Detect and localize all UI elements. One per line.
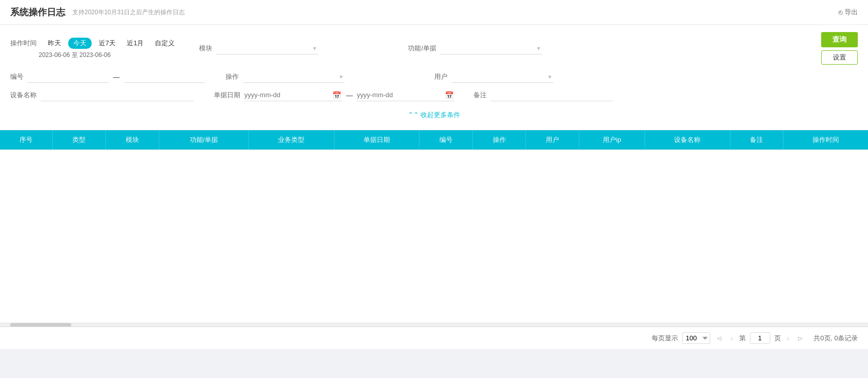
user-select[interactable] [452,71,553,83]
collapse-bar: ⌃⌃ 收起更多条件 [10,107,858,125]
date-sep: — [346,92,353,99]
time-range: 2023-06-06 至 2023-06-06 [39,51,110,60]
last-page-button[interactable]: ⊳ [795,333,805,343]
page-header: 系统操作日志 支持2020年10月31日之后产生的操作日志 ⎋ 导出 [0,0,868,25]
col-user-ip: 用户ip [579,130,645,150]
remark-label: 备注 [473,91,487,100]
export-button[interactable]: ⎋ 导出 [838,8,858,17]
function-select-wrap: ▾ [440,42,542,54]
date-to-input[interactable] [357,89,455,101]
col-number: 编号 [419,130,472,150]
prev-page-button[interactable]: ‹ [729,333,735,343]
title-group: 系统操作日志 支持2020年10月31日之后产生的操作日志 [10,6,185,18]
filter-row-2: 编号 — 操作 ▾ 用户 ▾ [10,71,858,83]
table-header: 序号 类型 模块 功能/单据 业务类型 单据日期 编号 操作 用户 用户ip 设… [0,130,868,150]
time-btn-today[interactable]: 今天 [68,38,92,49]
date-from-input[interactable] [244,89,342,101]
time-label: 操作时间 [10,39,37,48]
time-btn-7days[interactable]: 近7天 [95,38,120,49]
function-select[interactable] [440,42,542,54]
user-label: 用户 [434,72,447,81]
collapse-button[interactable]: ⌃⌃ 收起更多条件 [408,110,461,120]
col-module: 模块 [106,130,159,150]
settings-button[interactable]: 设置 [821,50,858,65]
page-title: 系统操作日志 [10,6,65,18]
device-input[interactable] [41,89,193,101]
operation-label: 操作 [226,72,239,81]
collapse-up-icon: ⌃⌃ [408,111,421,119]
doc-date-label: 单据日期 [214,91,240,100]
table-container: 序号 类型 模块 功能/单据 业务类型 单据日期 编号 操作 用户 用户ip 设… [0,130,868,323]
first-page-button[interactable]: ⊲ [714,333,724,343]
time-buttons: 昨天 今天 近7天 近1月 自定义 [44,38,179,49]
filter-user: 用户 ▾ [434,71,628,83]
time-btn-custom[interactable]: 自定义 [151,38,179,49]
filter-panel: 操作时间 昨天 今天 近7天 近1月 自定义 2023-06-06 至 2023… [0,25,868,130]
col-operation: 操作 [472,130,525,150]
page-num-label: 第 [739,334,746,343]
data-table: 序号 类型 模块 功能/单据 业务类型 单据日期 编号 操作 用户 用户ip 设… [0,130,868,150]
device-label: 设备名称 [10,91,37,100]
total-label: 共0页, 0条记录 [814,334,858,343]
col-doc-date: 单据日期 [334,130,419,150]
per-page-select[interactable]: 100 10 20 50 200 [682,332,710,344]
export-icon: ⎋ [838,8,843,16]
filter-number: 编号 — [10,71,205,83]
page-subtitle: 支持2020年10月31日之后产生的操作日志 [72,8,185,17]
filter-time: 操作时间 昨天 今天 近7天 近1月 自定义 2023-06-06 至 2023… [10,38,179,60]
action-buttons: 查询 设置 [821,32,858,65]
filter-remark: 备注 [473,89,667,101]
operation-select-wrap: ▾ [243,71,345,83]
query-button[interactable]: 查询 [821,32,858,47]
col-remark: 备注 [730,130,783,150]
filter-device: 设备名称 [10,89,193,101]
module-select-wrap: ▾ [216,42,318,54]
filter-module: 模块 ▾ [199,42,393,54]
export-label: 导出 [845,8,858,17]
col-device: 设备名称 [645,130,730,150]
filter-function: 功能/单据 ▾ [408,42,601,54]
filter-doc-date: 单据日期 📅 — 📅 [214,89,458,101]
collapse-label: 收起更多条件 [421,111,460,119]
number-sep: — [113,73,120,81]
next-page-button[interactable]: › [785,333,792,343]
date-to-wrap: 📅 [357,89,455,101]
col-function: 功能/单据 [159,130,248,150]
page-number-input[interactable] [750,332,770,344]
remark-input[interactable] [491,89,613,101]
function-label: 功能/单据 [408,44,436,53]
date-from-wrap: 📅 [244,89,342,101]
empty-area [0,150,868,323]
col-user: 用户 [526,130,579,150]
col-biz-type: 业务类型 [249,130,334,150]
filter-row-1: 操作时间 昨天 今天 近7天 近1月 自定义 2023-06-06 至 2023… [10,32,858,65]
module-select[interactable] [216,42,318,54]
per-page-label: 每页显示 [652,334,678,343]
col-seq: 序号 [0,130,52,150]
user-select-wrap: ▾ [452,71,553,83]
filter-operation: 操作 ▾ [226,71,419,83]
filter-row-3: 设备名称 单据日期 📅 — 📅 备注 [10,89,858,101]
operation-select[interactable] [243,71,345,83]
horizontal-scrollbar[interactable] [0,323,868,327]
col-type: 类型 [52,130,105,150]
page-suffix: 页 [774,334,781,343]
number-to-input[interactable] [124,71,205,83]
time-btn-1month[interactable]: 近1月 [123,38,148,49]
time-btn-yesterday[interactable]: 昨天 [44,38,65,49]
number-label: 编号 [10,72,23,81]
col-op-time: 操作时间 [783,130,868,150]
pagination-bar: 每页显示 100 10 20 50 200 ⊲ ‹ 第 页 › ⊳ 共0页, 0… [0,327,868,349]
table-header-row: 序号 类型 模块 功能/单据 业务类型 单据日期 编号 操作 用户 用户ip 设… [0,130,868,150]
number-from-input[interactable] [27,71,109,83]
module-label: 模块 [199,44,212,53]
